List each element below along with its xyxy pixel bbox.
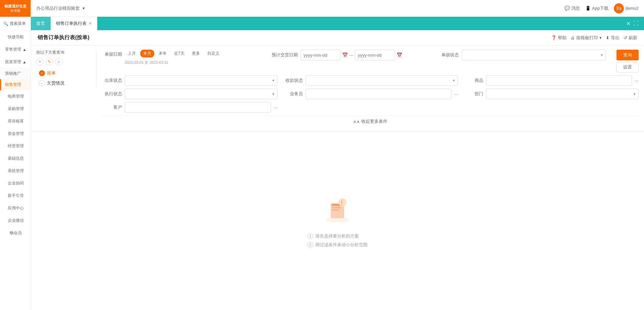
sidebar-item-operations[interactable]: 经营管理 bbox=[0, 140, 31, 152]
edit-scheme-icon[interactable]: ✎ bbox=[46, 58, 53, 65]
sidebar-item-system[interactable]: 系统管理 bbox=[0, 165, 31, 177]
date-tag-more[interactable]: 更多 bbox=[189, 50, 203, 57]
scheme-active-dot: ✓ bbox=[39, 70, 45, 76]
sidebar-item-retail[interactable]: 零售管理 ▲ bbox=[0, 43, 31, 56]
filter-out-status-field: 出库状态 ▾ bbox=[102, 75, 277, 86]
app-download-button[interactable]: 📱 App下载 bbox=[585, 5, 608, 11]
download-icon: 📱 bbox=[585, 6, 591, 11]
empty-state: ! 1 请先选择要分析的方案 2 用过滤条件来缩小分析范围 bbox=[31, 132, 644, 310]
header-actions: 💬 消息 📱 App下载 Ea demo2 bbox=[565, 3, 639, 13]
filter-scheme-side: 按以下方案查询 + ✎ « ✓ 按单 ○ 欠货情况 bbox=[36, 50, 97, 88]
sidebar-item-inventory[interactable]: 库存核算 bbox=[0, 115, 31, 127]
date-label: 单据日期 bbox=[102, 51, 122, 57]
calendar-end-icon[interactable]: 📅 bbox=[396, 52, 402, 58]
dept-select[interactable]: ▾ bbox=[486, 89, 639, 99]
scheme-item-shortage[interactable]: ○ 欠货情况 bbox=[36, 78, 92, 88]
sidebar-item-enterprise-wechat[interactable]: 企业微信 bbox=[0, 214, 31, 227]
exec-status-select[interactable]: ▾ bbox=[125, 89, 277, 99]
date-tag-custom[interactable]: 自定义 bbox=[204, 50, 222, 57]
chevron-up-icon: ∧∧ bbox=[353, 119, 360, 124]
breadcrumb-arrow: ▾ bbox=[83, 6, 85, 11]
user-profile[interactable]: Ea demo2 bbox=[614, 3, 639, 13]
sidebar-item-new-guide[interactable]: 新手引导 bbox=[0, 190, 31, 202]
search-menu-button[interactable]: 🔍 搜索菜单 bbox=[3, 19, 27, 28]
filter-salesman-field: 业务员 ··· bbox=[283, 89, 458, 99]
help-button[interactable]: ❓ 帮助 bbox=[551, 35, 567, 41]
expand-icon[interactable]: ⛶ bbox=[633, 20, 639, 27]
exec-status-label: 执行状态 bbox=[102, 91, 122, 97]
tab-sales-order[interactable]: 销售订单执行表 ✕ bbox=[51, 17, 97, 30]
empty-tip-2: 2 用过滤条件来缩小分析范围 bbox=[307, 241, 368, 249]
content-area: 销售订单执行表(按单) ❓ 帮助 🖨 按模板打印 ▾ ⬇ 导出 ↺ 刷新 bbox=[31, 30, 644, 310]
date-range-text: 2023-03-01 至 2023-03-31 bbox=[125, 60, 168, 65]
sidebar-item-basic-info[interactable]: 基础信息 bbox=[0, 152, 31, 165]
date-range-picker: 📅 — 📅 bbox=[301, 50, 402, 60]
scheme-item-order[interactable]: ✓ 按单 bbox=[36, 68, 92, 78]
refresh-icon: ↺ bbox=[624, 35, 627, 40]
goods-input[interactable] bbox=[486, 75, 632, 86]
sidebar-item-marketing[interactable]: 营销推广 bbox=[0, 68, 31, 79]
print-icon: 🖨 bbox=[571, 35, 575, 40]
sidebar-item-enterprise-collab[interactable]: 企业协同 bbox=[0, 177, 31, 190]
chevron-icon: ▲ bbox=[22, 60, 26, 64]
chevron-down-icon: ▾ bbox=[272, 92, 274, 96]
collection-status-select[interactable]: ▾ bbox=[306, 75, 458, 86]
app-logo: 畅捷通好生意 标准版 bbox=[0, 0, 31, 17]
svg-point-5 bbox=[338, 198, 346, 206]
search-label: 搜索菜单 bbox=[10, 21, 26, 27]
sidebar-item-member[interactable]: 畅会员 bbox=[0, 227, 31, 239]
goods-ellipsis-icon[interactable]: ··· bbox=[635, 78, 639, 83]
date-tag-this-month[interactable]: 本月 bbox=[140, 50, 154, 57]
chevron-down-icon: ▾ bbox=[453, 78, 455, 83]
out-status-select[interactable]: ▾ bbox=[125, 75, 277, 86]
print-button[interactable]: 🖨 按模板打印 ▾ bbox=[571, 35, 602, 41]
filter-panel: 按以下方案查询 + ✎ « ✓ 按单 ○ 欠货情况 bbox=[31, 46, 644, 131]
message-button[interactable]: 💬 消息 bbox=[565, 5, 580, 11]
tab-home[interactable]: 首页 bbox=[31, 17, 51, 30]
add-scheme-icon[interactable]: + bbox=[36, 58, 44, 65]
query-button[interactable]: 查询 bbox=[616, 50, 639, 60]
salesman-input[interactable] bbox=[306, 89, 451, 99]
chevron-down-icon: ▾ bbox=[634, 92, 636, 96]
sidebar-item-sales[interactable]: 销售管理 bbox=[0, 79, 31, 90]
setting-button[interactable]: 设置 bbox=[616, 62, 639, 72]
tab-bar-actions: ✕ ⛶ bbox=[626, 20, 644, 27]
filter-side-icons: + ✎ « bbox=[36, 58, 92, 65]
filter-expected-date-field: 预计交货日期 📅 — 📅 bbox=[272, 50, 436, 60]
top-header: 办公用品行业模拟账套 ▾ 💬 消息 📱 App下载 Ea demo2 bbox=[31, 0, 644, 17]
date-start-input[interactable] bbox=[301, 50, 341, 60]
sidebar-item-ecommerce[interactable]: 电商管理 bbox=[0, 90, 31, 103]
filter-collapse-button[interactable]: ∧∧ 收起更多条件 bbox=[102, 115, 639, 127]
empty-tips: 1 请先选择要分析的方案 2 用过滤条件来缩小分析范围 bbox=[307, 232, 368, 249]
date-tag-last-month[interactable]: 上月 bbox=[125, 50, 139, 57]
calendar-start-icon[interactable]: 📅 bbox=[342, 52, 348, 58]
close-window-icon[interactable]: ✕ bbox=[626, 20, 631, 27]
sidebar-search[interactable]: 🔍 搜索菜单 bbox=[0, 17, 31, 31]
sidebar-item-finance[interactable]: 资金管理 bbox=[0, 127, 31, 140]
date-end-input[interactable] bbox=[355, 50, 395, 60]
expected-date-label: 预计交货日期 bbox=[272, 52, 298, 58]
message-icon: 💬 bbox=[565, 6, 570, 11]
filter-collection-status-field: 收款状态 ▾ bbox=[283, 75, 458, 86]
export-button[interactable]: ⬇ 导出 bbox=[606, 35, 620, 41]
sidebar-item-shortcut[interactable]: 快捷导航 bbox=[0, 31, 31, 43]
date-tag-7days[interactable]: 近7天 bbox=[171, 50, 187, 57]
date-tag-this-year[interactable]: 本年 bbox=[156, 50, 170, 57]
single-status-select[interactable]: ▾ bbox=[462, 50, 606, 60]
collection-status-label: 收款状态 bbox=[283, 78, 303, 84]
page-title: 销售订单执行表(按单) bbox=[38, 34, 90, 41]
sidebar-item-purchase[interactable]: 采购管理 bbox=[0, 103, 31, 115]
single-status-label: 单据状态 bbox=[441, 52, 459, 58]
customer-input[interactable] bbox=[125, 102, 271, 113]
tab-close-icon[interactable]: ✕ bbox=[89, 21, 92, 26]
query-btn-group: 查询 设置 bbox=[616, 50, 639, 72]
salesman-ellipsis-icon[interactable]: ··· bbox=[454, 91, 458, 97]
refresh-button[interactable]: ↺ 刷新 bbox=[624, 35, 637, 41]
empty-tip-1: 1 请先选择要分析的方案 bbox=[307, 232, 368, 241]
empty-illustration: ! bbox=[321, 193, 354, 226]
sidebar-item-wholesale[interactable]: 批发管理 ▲ bbox=[0, 56, 31, 68]
filter-row: 按以下方案查询 + ✎ « ✓ 按单 ○ 欠货情况 bbox=[36, 50, 639, 127]
collapse-scheme-icon[interactable]: « bbox=[55, 58, 62, 65]
sidebar-item-app-center[interactable]: 应用中心 bbox=[0, 202, 31, 214]
customer-ellipsis-icon[interactable]: ··· bbox=[274, 105, 278, 110]
